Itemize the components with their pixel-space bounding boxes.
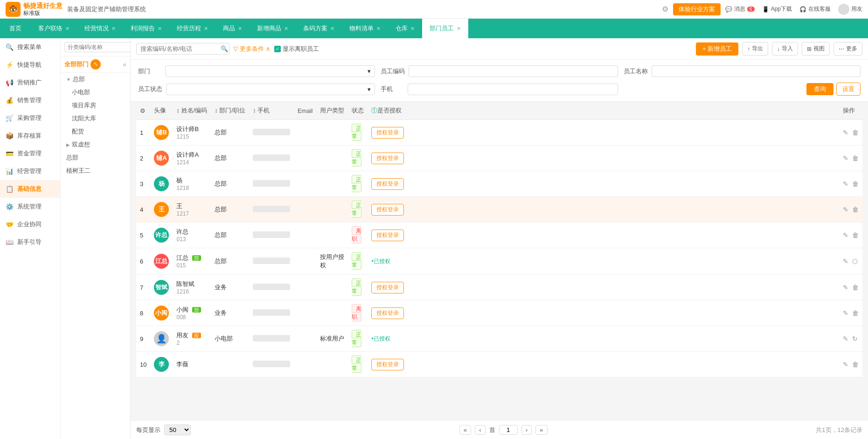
edit-icon[interactable]: ✎ bbox=[843, 335, 848, 342]
col-settings-icon[interactable]: ⚙ bbox=[136, 102, 150, 120]
page-size-select[interactable]: 50 100 200 bbox=[164, 425, 191, 435]
tree-node-shuangxuxiang[interactable]: ▶ 双虚想 bbox=[61, 138, 130, 151]
search-input[interactable] bbox=[140, 45, 219, 52]
tree-child-xiaodian[interactable]: 小电部 bbox=[61, 86, 130, 99]
tree-node-zongbu2[interactable]: 总部 bbox=[61, 151, 130, 164]
auth-login-btn[interactable]: 授权登录 bbox=[371, 359, 404, 370]
close-bom-tab-icon[interactable]: ✕ bbox=[376, 26, 381, 32]
search-icon[interactable]: 🔍 bbox=[221, 45, 228, 52]
more-filters-btn[interactable]: ▽ 更多条件 ∧ bbox=[233, 45, 271, 53]
edit-icon[interactable]: ✎ bbox=[843, 284, 848, 291]
first-page-btn[interactable]: « bbox=[459, 425, 471, 435]
last-page-btn[interactable]: » bbox=[535, 425, 547, 435]
experience-btn[interactable]: 体验行业方案 bbox=[673, 3, 721, 15]
nav-item-dept[interactable]: 部门员工 ✕ bbox=[422, 19, 468, 38]
edit-icon[interactable]: ✎ bbox=[843, 154, 848, 162]
lnb-item-system[interactable]: ⚙️ 系统管理 bbox=[0, 198, 60, 216]
close-customer-tab-icon[interactable]: ✕ bbox=[65, 26, 69, 32]
tree-child-shenyang[interactable]: 沈阳大库 bbox=[61, 112, 130, 125]
nav-item-home[interactable]: 首页 bbox=[0, 19, 31, 38]
nav-item-add-goods[interactable]: 新增商品 ✕ bbox=[250, 19, 296, 38]
nav-item-warehouse[interactable]: 仓库 ✕ bbox=[388, 19, 422, 38]
import-btn[interactable]: ↓ 导入 bbox=[772, 42, 798, 56]
user-area[interactable]: 用友 bbox=[838, 4, 862, 15]
online-service-btn[interactable]: 🎧 在线客服 bbox=[799, 5, 831, 13]
lnb-item-purchase[interactable]: 🛒 采购管理 bbox=[0, 109, 60, 127]
delete-icon[interactable]: 🗑 bbox=[852, 284, 859, 291]
refresh-icon[interactable]: ↻ bbox=[852, 335, 858, 342]
tree-child-project[interactable]: 项目库房 bbox=[61, 99, 130, 112]
edit-icon[interactable]: ✎ bbox=[843, 258, 848, 265]
export-btn[interactable]: ↑ 导出 bbox=[742, 42, 768, 56]
dept-edit-icon[interactable]: ✎ bbox=[90, 59, 101, 70]
auth-login-btn[interactable]: 授权登录 bbox=[371, 127, 404, 139]
edit-icon[interactable]: ✎ bbox=[843, 309, 848, 317]
lnb-item-inventory[interactable]: 📦 库存核算 bbox=[0, 127, 60, 145]
collapse-dept-icon[interactable]: « bbox=[123, 61, 126, 68]
edit-icon[interactable]: ✎ bbox=[843, 231, 848, 239]
show-resigned-checkbox[interactable]: ✓ bbox=[274, 46, 281, 52]
delete-icon[interactable]: 🗑 bbox=[852, 129, 859, 136]
close-history-tab-icon[interactable]: ✕ bbox=[204, 26, 208, 32]
edit-icon[interactable]: ✎ bbox=[843, 206, 848, 213]
close-operation-tab-icon[interactable]: ✕ bbox=[111, 26, 116, 32]
edit-icon[interactable]: ✎ bbox=[843, 129, 848, 136]
all-dept-label[interactable]: 全部部门 bbox=[64, 60, 89, 69]
auth-login-btn[interactable]: 授权登录 bbox=[371, 230, 404, 241]
page-number-input[interactable] bbox=[499, 425, 518, 435]
app-download-btn[interactable]: 📱 App下载 bbox=[762, 5, 792, 13]
delete-icon[interactable]: 🗑 bbox=[852, 180, 859, 188]
auth-login-btn[interactable]: 授权登录 bbox=[371, 178, 404, 190]
close-profit-tab-icon[interactable]: ✕ bbox=[158, 26, 162, 32]
set-btn[interactable]: 设置 bbox=[836, 83, 861, 96]
tree-node-zhishu[interactable]: 植树王二 bbox=[61, 164, 130, 177]
nav-item-barcode[interactable]: 条码方案 ✕ bbox=[296, 19, 342, 38]
delete-icon[interactable]: 🗑 bbox=[852, 206, 859, 213]
lnb-item-management[interactable]: 📊 经营管理 bbox=[0, 162, 60, 180]
close-dept-tab-icon[interactable]: ✕ bbox=[457, 26, 461, 32]
close-barcode-tab-icon[interactable]: ✕ bbox=[330, 26, 334, 32]
more-ops-btn[interactable]: ⋯ 更多 bbox=[833, 42, 862, 56]
lnb-item-search[interactable]: 🔍 搜索菜单 bbox=[0, 38, 60, 56]
auth-login-btn[interactable]: 授权登录 bbox=[371, 282, 404, 293]
tree-node-zongbu[interactable]: ▼ 总部 bbox=[61, 73, 130, 86]
lnb-item-basic[interactable]: 📋 基础信息 bbox=[0, 180, 60, 198]
nav-item-operation[interactable]: 经营情况 ✕ bbox=[77, 19, 123, 38]
delete-icon[interactable]: 🗑 bbox=[852, 309, 859, 317]
col-name-code[interactable]: ↕ 姓名/编码 bbox=[173, 102, 211, 120]
nav-item-bom[interactable]: 物料清单 ✕ bbox=[342, 19, 388, 38]
close-add-goods-tab-icon[interactable]: ✕ bbox=[284, 26, 288, 32]
nav-item-profit[interactable]: 利润报告 ✕ bbox=[123, 19, 169, 38]
view-btn[interactable]: ⊞ 视图 bbox=[802, 42, 830, 56]
close-goods-tab-icon[interactable]: ✕ bbox=[238, 26, 242, 32]
col-phone[interactable]: ↕ 手机 bbox=[249, 102, 294, 120]
filter-emp-name-input[interactable] bbox=[652, 65, 861, 77]
delete-icon[interactable]: 🗑 bbox=[852, 231, 859, 239]
nav-item-customer[interactable]: 客户联络 ✕ bbox=[31, 19, 77, 38]
next-page-btn[interactable]: › bbox=[521, 425, 532, 435]
filter-phone-input[interactable] bbox=[408, 84, 618, 95]
delete-icon[interactable]: 🗑 bbox=[852, 361, 859, 368]
filter-emp-status-select[interactable]: ▾ bbox=[166, 84, 375, 95]
lnb-item-marketing[interactable]: 📢 营销推广 bbox=[0, 74, 60, 91]
lnb-item-shortcut[interactable]: ⚡ 快捷导航 bbox=[0, 56, 60, 74]
lnb-item-finance[interactable]: 💳 资金管理 bbox=[0, 145, 60, 162]
filter-emp-code-input[interactable] bbox=[409, 65, 618, 77]
close-warehouse-tab-icon[interactable]: ✕ bbox=[410, 26, 415, 32]
settings-gear-icon[interactable]: ⚙ bbox=[662, 5, 668, 14]
lnb-item-cooperation[interactable]: 🤝 企业协同 bbox=[0, 216, 60, 233]
filter-dept-select[interactable]: ▾ bbox=[165, 65, 375, 77]
auth-login-btn[interactable]: 授权登录 bbox=[371, 204, 404, 216]
col-dept-position[interactable]: ↕ 部门/职位 bbox=[211, 102, 249, 120]
add-employee-btn[interactable]: + 新增员工 bbox=[696, 42, 738, 56]
lnb-item-guide[interactable]: 📖 新手引导 bbox=[0, 233, 60, 251]
lnb-item-sales[interactable]: 💰 销售管理 bbox=[0, 91, 60, 109]
nav-item-history[interactable]: 经营历程 ✕ bbox=[169, 19, 215, 38]
auth-login-btn[interactable]: 授权登录 bbox=[371, 307, 404, 319]
edit-icon[interactable]: ✎ bbox=[843, 180, 848, 188]
query-btn[interactable]: 查询 bbox=[806, 83, 833, 95]
edit-icon[interactable]: ✎ bbox=[843, 361, 848, 368]
auth-login-btn[interactable]: 授权登录 bbox=[371, 153, 404, 164]
dept-search-input[interactable] bbox=[64, 42, 131, 52]
copy-icon[interactable]: ⬡ bbox=[852, 258, 858, 265]
